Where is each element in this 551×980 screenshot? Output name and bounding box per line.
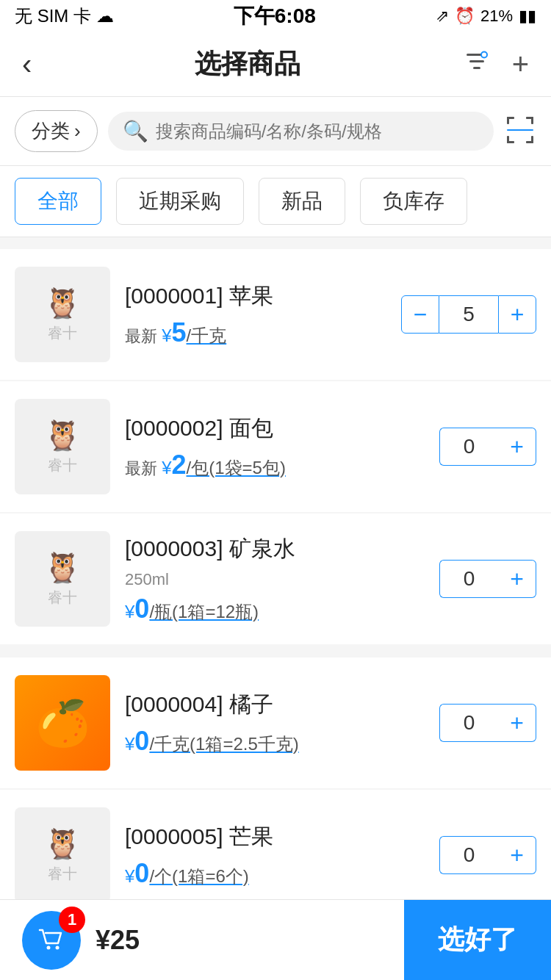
status-time: 下午6:08: [234, 2, 316, 30]
status-bar: 无 SIM 卡 ☁ 下午6:08 ⇗ ⏰ 21% ▮▮: [0, 0, 551, 32]
qty-control-0000005: +: [439, 836, 536, 874]
svg-point-13: [47, 945, 51, 949]
product-price: 最新 ¥5/千克: [125, 317, 386, 348]
list-item: 🦉 睿十 [0000002] 面包 最新 ¥2/包(1袋=5包) +: [0, 381, 551, 512]
qty-input[interactable]: [439, 704, 498, 742]
status-left: 无 SIM 卡 ☁: [15, 4, 114, 28]
product-image-0000003: 🦉 睿十: [15, 531, 110, 627]
product-image-0000002: 🦉 睿十: [15, 399, 110, 494]
svg-rect-2: [473, 67, 480, 69]
category-label: 分类: [32, 118, 70, 144]
product-name: [0000005] 芒果: [125, 822, 425, 852]
chevron-right-icon: ›: [74, 120, 81, 143]
nav-right-actions: +: [464, 48, 529, 81]
product-name: [0000001] 苹果: [125, 281, 386, 311]
qty-control-0000003: +: [439, 560, 536, 598]
product-info-0000001: [0000001] 苹果 最新 ¥5/千克: [125, 281, 386, 348]
qty-plus-button[interactable]: +: [498, 836, 536, 874]
tab-recent[interactable]: 近期采购: [116, 178, 244, 225]
svg-point-3: [481, 52, 487, 58]
alarm-icon: ⏰: [455, 7, 475, 26]
qty-plus-button[interactable]: +: [498, 560, 536, 598]
cart-badge: 1: [59, 907, 85, 933]
product-name: [0000003] 矿泉水: [125, 534, 425, 564]
qty-plus-button[interactable]: +: [498, 295, 536, 334]
search-input[interactable]: [156, 121, 479, 142]
category-button[interactable]: 分类 ›: [15, 110, 98, 152]
svg-rect-5: [507, 117, 509, 124]
qty-plus-button[interactable]: +: [498, 704, 536, 742]
svg-rect-1: [469, 60, 484, 62]
confirm-button[interactable]: 选好了: [404, 900, 551, 981]
scan-button[interactable]: [504, 114, 536, 148]
product-name: [0000002] 面包: [125, 414, 425, 444]
tab-negative[interactable]: 负库存: [360, 178, 467, 225]
product-image-0000004: 🍊: [15, 675, 110, 771]
qty-control-0000004: +: [439, 704, 536, 742]
product-price: ¥0/千克(1箱=2.5千克): [125, 726, 425, 757]
product-info-0000004: [0000004] 橘子 ¥0/千克(1箱=2.5千克): [125, 690, 425, 757]
product-name: [0000004] 橘子: [125, 690, 425, 720]
product-info-0000002: [0000002] 面包 最新 ¥2/包(1袋=5包): [125, 414, 425, 480]
filter-bar: 分类 › 🔍: [0, 97, 551, 166]
divider-2: [0, 646, 551, 657]
qty-control-0000001: − +: [401, 295, 536, 334]
product-info-0000005: [0000005] 芒果 ¥0/个(1箱=6个): [125, 822, 425, 889]
tab-new[interactable]: 新品: [259, 178, 345, 225]
tab-all[interactable]: 全部: [15, 178, 101, 225]
divider-1: [0, 237, 551, 249]
list-item: 🦉 睿十 [0000001] 苹果 最新 ¥5/千克 − +: [0, 249, 551, 380]
svg-rect-7: [531, 117, 533, 124]
product-image-0000001: 🦉 睿十: [15, 267, 110, 362]
owl-icon: 🦉: [44, 286, 81, 320]
product-price: ¥0/瓶(1箱=12瓶): [125, 594, 425, 624]
svg-rect-11: [531, 136, 533, 143]
filter-button[interactable]: [464, 48, 490, 81]
product-image-0000005: 🦉 睿十: [15, 807, 110, 903]
product-spec: 250ml: [125, 570, 425, 589]
scan-icon: [504, 114, 536, 146]
back-button[interactable]: ‹: [22, 48, 32, 81]
product-list: 🦉 睿十 [0000001] 苹果 最新 ¥5/千克 − + 🦉 睿十 [000…: [0, 249, 551, 980]
cart-total: ¥25: [96, 925, 140, 956]
qty-control-0000002: +: [439, 428, 536, 466]
svg-rect-9: [507, 136, 509, 143]
list-item: 🦉 睿十 [0000003] 矿泉水 250ml ¥0/瓶(1箱=12瓶) +: [0, 514, 551, 644]
list-item: 🍊 [0000004] 橘子 ¥0/千克(1箱=2.5千克) +: [0, 657, 551, 788]
page-title: 选择商品: [195, 46, 300, 82]
sim-label: 无 SIM 卡 ☁: [15, 4, 114, 28]
search-icon: 🔍: [123, 119, 148, 143]
battery-label: 21%: [480, 7, 513, 26]
product-price: 最新 ¥2/包(1袋=5包): [125, 450, 425, 480]
product-price: ¥0/个(1箱=6个): [125, 858, 425, 889]
qty-input[interactable]: [439, 428, 498, 466]
owl-icon: 🦉: [44, 826, 81, 861]
location-icon: ⇗: [436, 7, 449, 26]
owl-icon: 🦉: [44, 418, 81, 453]
nav-bar: ‹ 选择商品 +: [0, 32, 551, 97]
cart-icon-wrap[interactable]: 1: [22, 911, 81, 970]
tab-bar: 全部 近期采购 新品 负库存: [0, 166, 551, 237]
owl-icon: 🦉: [44, 550, 81, 585]
search-box: 🔍: [108, 112, 494, 151]
qty-plus-button[interactable]: +: [498, 428, 536, 466]
status-right: ⇗ ⏰ 21% ▮▮: [436, 7, 536, 26]
svg-rect-12: [507, 129, 533, 131]
qty-input[interactable]: [439, 836, 498, 874]
product-info-0000003: [0000003] 矿泉水 250ml ¥0/瓶(1箱=12瓶): [125, 534, 425, 624]
qty-minus-button[interactable]: −: [401, 295, 439, 334]
cart-area: 1 ¥25: [0, 911, 404, 970]
qty-input[interactable]: [439, 560, 498, 598]
battery-icon: ▮▮: [519, 7, 536, 26]
svg-point-14: [56, 945, 60, 949]
add-button[interactable]: +: [512, 48, 529, 81]
bottom-bar: 1 ¥25 选好了: [0, 899, 551, 980]
qty-input[interactable]: [439, 295, 498, 334]
